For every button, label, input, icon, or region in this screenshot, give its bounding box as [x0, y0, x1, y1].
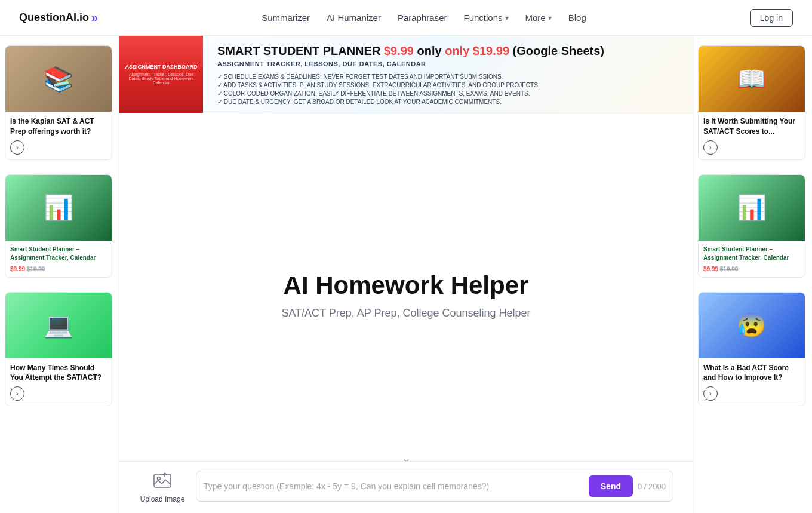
- banner-right-panel: SMART STUDENT PLANNER $9.99 only only $1…: [203, 36, 693, 113]
- banner-features: ✓ SCHEDULE EXAMS & DEADLINES: NEVER FORG…: [217, 73, 678, 105]
- planner-right-title: Smart Student Planner – Assignment Track…: [703, 245, 800, 262]
- banner-dashboard-label: Assignment Dashboard: [124, 64, 198, 70]
- logo-arrows: »: [91, 11, 98, 24]
- banner-left-panel: Assignment Dashboard Assignment Tracker,…: [119, 36, 203, 113]
- main-center: Assignment Dashboard Assignment Tracker,…: [119, 36, 693, 513]
- banner-feature-4: ✓ DUE DATE & URGENCY: GET A BROAD OR DET…: [217, 99, 678, 105]
- worth-submitting-arrow[interactable]: ›: [703, 140, 718, 155]
- navbar: QuestionAI.io » Summarizer AI Humanizer …: [0, 0, 812, 36]
- sidebar-card-how-many-times[interactable]: How Many Times Should You Attempt the SA…: [5, 292, 112, 407]
- banner-feature-1: ✓ SCHEDULE EXAMS & DEADLINES: NEVER FORG…: [217, 73, 678, 80]
- planner-left-image: [5, 175, 112, 241]
- logo[interactable]: QuestionAI.io »: [19, 11, 98, 24]
- kaplan-card-title: Is the Kaplan SAT & ACT Prep offerings w…: [10, 116, 107, 137]
- svg-point-1: [158, 477, 161, 480]
- sidebar-card-kaplan[interactable]: Is the Kaplan SAT & ACT Prep offerings w…: [5, 45, 112, 160]
- functions-chevron-icon: ▾: [505, 14, 509, 22]
- promotional-banner[interactable]: Assignment Dashboard Assignment Tracker,…: [119, 36, 693, 113]
- bottom-input-bar: Upload Image Send 0 / 2000: [119, 461, 693, 513]
- kaplan-card-arrow[interactable]: ›: [10, 140, 24, 155]
- banner-feature-3: ✓ COLOR-CODED ORGANIZATION: EASILY DIFFE…: [217, 90, 678, 97]
- upload-label: Upload Image: [140, 495, 185, 503]
- worth-submitting-title: Is It Worth Submitting Your SAT/ACT Scor…: [703, 116, 800, 137]
- nav-summarizer[interactable]: Summarizer: [262, 13, 310, 23]
- logo-text: QuestionAI.io: [19, 11, 89, 24]
- bad-act-arrow[interactable]: ›: [703, 386, 718, 401]
- how-many-times-image: [5, 293, 112, 358]
- chat-input-area: Send 0 / 2000: [196, 471, 673, 502]
- nav-links: Summarizer AI Humanizer Paraphraser Func…: [262, 13, 586, 23]
- banner-feature-2: ✓ ADD TASKS & ACTIVITIES: PLAN STUDY SES…: [217, 82, 678, 88]
- svg-rect-0: [154, 474, 171, 487]
- kaplan-card-image: [5, 46, 112, 112]
- upload-image-button[interactable]: Upload Image: [139, 469, 186, 503]
- banner-title: SMART STUDENT PLANNER $9.99 only only $1…: [217, 44, 678, 58]
- nav-blog[interactable]: Blog: [568, 13, 586, 23]
- nav-functions[interactable]: Functions ▾: [463, 13, 508, 23]
- hero-subtitle: SAT/ACT Prep, AP Prep, College Counselin…: [281, 307, 530, 320]
- worth-submitting-image: [699, 46, 805, 112]
- login-button[interactable]: Log in: [750, 9, 793, 27]
- nav-ai-humanizer[interactable]: AI Humanizer: [327, 13, 381, 23]
- send-button[interactable]: Send: [589, 475, 633, 497]
- right-sidebar: Is It Worth Submitting Your SAT/ACT Scor…: [693, 36, 812, 513]
- planner-left-title: Smart Student Planner – Assignment Track…: [10, 245, 107, 262]
- upload-icon: [150, 469, 174, 493]
- hero-title: AI Homework Helper: [284, 271, 529, 300]
- char-count: 0 / 2000: [638, 482, 666, 491]
- page-body: Is the Kaplan SAT & ACT Prep offerings w…: [0, 36, 812, 513]
- sidebar-card-planner-left[interactable]: Smart Student Planner – Assignment Track…: [5, 174, 112, 278]
- planner-left-price: $9.99 $19.99: [10, 266, 107, 272]
- sidebar-card-planner-right[interactable]: Smart Student Planner – Assignment Track…: [698, 174, 805, 278]
- banner-subtitle: Assignment Tracker, Lessons, Due Dates, …: [217, 60, 678, 67]
- bad-act-title: What Is a Bad ACT Score and How to Impro…: [703, 363, 800, 383]
- planner-right-image: [699, 175, 805, 241]
- banner-price-new: $9.99: [384, 44, 414, 57]
- planner-right-price: $9.99 $19.99: [703, 266, 800, 272]
- how-many-times-arrow[interactable]: ›: [10, 386, 24, 401]
- nav-more[interactable]: More ▾: [525, 13, 552, 23]
- chat-input[interactable]: [204, 481, 584, 491]
- how-many-times-title: How Many Times Should You Attempt the SA…: [10, 363, 107, 383]
- left-sidebar: Is the Kaplan SAT & ACT Prep offerings w…: [0, 36, 119, 513]
- sidebar-card-bad-act[interactable]: What Is a Bad ACT Score and How to Impro…: [698, 292, 805, 407]
- more-chevron-icon: ▾: [548, 14, 552, 22]
- sidebar-card-worth-submitting[interactable]: Is It Worth Submitting Your SAT/ACT Scor…: [698, 45, 805, 160]
- bad-act-image: [699, 293, 805, 358]
- banner-dashboard-sub: Assignment Tracker, Lessons, Due Dates, …: [124, 72, 198, 85]
- banner-price-old: only: [417, 44, 445, 57]
- nav-paraphraser[interactable]: Paraphraser: [398, 13, 447, 23]
